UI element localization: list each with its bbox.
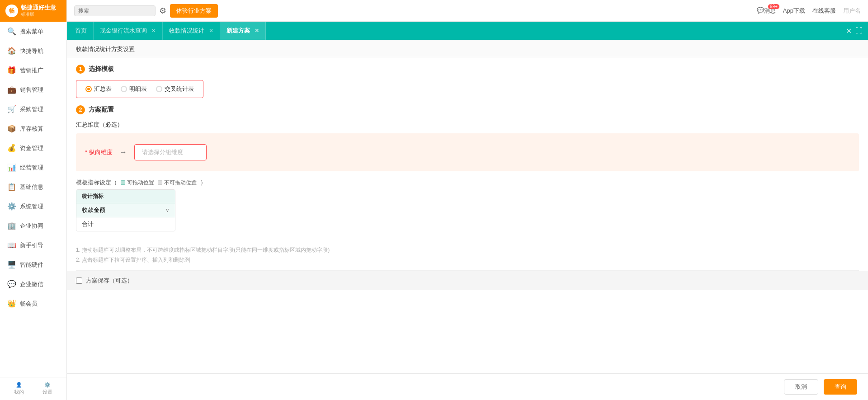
metrics-header: 模板指标设定（ 可拖动位置 不可拖动位置 ） [76,179,859,187]
radio-summary[interactable]: 汇总表 [85,85,112,93]
page-title: 收款情况统计方案设置 [76,46,135,52]
trial-button[interactable]: 体验行业方案 [170,4,218,18]
gear-icon[interactable]: ⚙ [159,6,166,16]
not-draggable-dot [158,180,162,185]
footer-user[interactable]: 👤 我的 [14,382,24,395]
summary-dim-title: 汇总维度（必选） [76,121,859,129]
sidebar-item-enterprise[interactable]: 🏢 企业协同 [0,216,66,235]
sidebar-item-sales[interactable]: 💼 销售管理 [0,80,66,99]
app-download-link[interactable]: App下载 [783,7,805,15]
purchase-icon: 🛒 [7,105,16,113]
tab-new-plan[interactable]: 新建方案 ✕ [220,22,266,40]
search-box [74,5,156,16]
sidebar-item-guide[interactable]: 📖 新手引导 [0,235,66,255]
sidebar-item-wechat[interactable]: 💬 企业微信 [0,274,66,294]
topbar-right: 💬 消息 99+ App下载 在线客服 用户名 [757,7,861,15]
step2-section: 2 方案配置 汇总维度（必选） * 纵向维度 → 请选择分组维度 模板指标设定（ [67,105,868,240]
query-button[interactable]: 查询 [824,379,857,395]
sidebar-item-member[interactable]: 👑 畅会员 [0,294,66,313]
footer-settings[interactable]: ⚙️ 设置 [42,382,52,395]
step2-title: 2 方案配置 [76,105,859,114]
sidebar-item-quick-nav[interactable]: 🏠 快捷导航 [0,41,66,61]
sidebar-item-inventory[interactable]: 📦 库存核算 [0,119,66,138]
legend-not-draggable: 不可拖动位置 [158,179,197,187]
topbar: ⚙ 体验行业方案 💬 消息 99+ App下载 在线客服 用户名 [67,0,868,22]
search-input[interactable] [74,5,156,16]
sidebar-item-hardware[interactable]: 🖥️ 智能硬件 [0,255,66,274]
metrics-table-cell[interactable]: 收款金额 ∨ [76,203,175,217]
sidebar-item-basic-info[interactable]: 📋 基础信息 [0,177,66,197]
sidebar-item-search-menu[interactable]: 🔍 搜索菜单 [0,22,66,41]
tab-home[interactable]: 首页 [69,22,94,40]
cell-dropdown-arrow[interactable]: ∨ [165,207,170,213]
sidebar-item-purchase[interactable]: 🛒 采购管理 [0,99,66,119]
template-box: 汇总表 明细表 交叉统计表 [76,80,203,98]
logo-icon: 畅 [5,5,18,17]
inventory-icon: 📦 [7,124,16,133]
online-support-link[interactable]: 在线客服 [812,7,836,15]
sidebar-item-system[interactable]: ⚙️ 系统管理 [0,197,66,216]
sidebar-logo: 畅 畅捷通好生意 标准版 [0,0,66,22]
radio-group: 汇总表 明细表 交叉统计表 [85,85,194,93]
radio-cross[interactable]: 交叉统计表 [156,85,194,93]
step1-section: 1 选择模板 汇总表 明细表 [67,57,868,105]
tab-bank-flow[interactable]: 现金银行流水查询 ✕ [94,22,163,40]
page-content: 收款情况统计方案设置 1 选择模板 汇总表 明 [67,40,868,373]
dim-row-label: * 纵向维度 [85,148,113,156]
step1-label: 选择模板 [89,65,114,73]
tip-1: 1. 拖动标题栏可以调整布局，不可跨维度或指标区域拖动栏目字段(只能在同一维度或… [76,245,859,255]
tab-close-bank-flow[interactable]: ✕ [151,28,156,34]
topbar-left: ⚙ 体验行业方案 [74,4,218,18]
main-area: ⚙ 体验行业方案 💬 消息 99+ App下载 在线客服 用户名 首页 现金银行… [67,0,868,400]
message-icon: 💬 [757,7,764,15]
tabbar: 首页 现金银行流水查询 ✕ 收款情况统计 ✕ 新建方案 ✕ ✕ ⛶ [67,22,868,40]
basic-info-icon: 📋 [7,183,16,191]
member-icon: 👑 [7,299,16,308]
tips-section: 1. 拖动标题栏可以调整布局，不可跨维度或指标区域拖动栏目字段(只能在同一维度或… [67,240,868,270]
dim-arrow: → [120,148,127,156]
message-area[interactable]: 💬 消息 99+ [757,7,776,15]
tab-receipt-stats[interactable]: 收款情况统计 ✕ [163,22,220,40]
page-header: 收款情况统计方案设置 [67,40,868,57]
sales-icon: 💼 [7,85,16,94]
radio-detail-circle [121,86,127,92]
dim-select-box[interactable]: 请选择分组维度 [134,144,207,160]
cancel-button[interactable]: 取消 [784,379,818,395]
guide-icon: 📖 [7,241,16,249]
metrics-table-header: 统计指标 [76,190,175,203]
step1-title: 1 选择模板 [76,65,859,74]
metrics-table-total: 合计 [76,217,175,231]
metrics-table: 统计指标 收款金额 ∨ 合计 [76,189,175,231]
save-checkbox[interactable] [76,278,82,284]
footer-bar: 取消 查询 [67,373,868,400]
settings-icon: ⚙️ [44,382,51,388]
search-menu-icon: 🔍 [7,27,16,36]
radio-summary-circle [85,86,92,92]
system-icon: ⚙️ [7,202,16,211]
finance-icon: 💰 [7,144,16,152]
step2-label: 方案配置 [89,106,114,114]
tab-expand-icon[interactable]: ⛶ [855,27,863,35]
tab-close-all-icon[interactable]: ✕ [846,27,852,35]
tab-close-receipt-stats[interactable]: ✕ [209,28,213,34]
sidebar-item-finance[interactable]: 💰 资金管理 [0,138,66,158]
sidebar: 畅 畅捷通好生意 标准版 🔍 搜索菜单 🏠 快捷导航 🎁 营销推广 💼 销售管理… [0,0,67,400]
marketing-icon: 🎁 [7,66,16,75]
metrics-config: 模板指标设定（ 可拖动位置 不可拖动位置 ） 统计指标 [76,179,859,233]
sidebar-item-marketing[interactable]: 🎁 营销推广 [0,61,66,80]
legend-draggable: 可拖动位置 [121,179,154,187]
save-label: 方案保存（可选） [86,277,133,285]
hardware-icon: 🖥️ [7,260,16,269]
message-badge: 99+ [768,4,779,9]
user-name: 用户名 [843,7,861,15]
wechat-icon: 💬 [7,280,16,288]
metrics-header-close: ） [200,179,206,187]
content-area: 收款情况统计方案设置 1 选择模板 汇总表 明 [67,40,868,373]
quick-nav-icon: 🏠 [7,47,16,55]
tab-close-new-plan[interactable]: ✕ [255,28,259,34]
dimension-area: * 纵向维度 → 请选择分组维度 [76,133,859,171]
metrics-header-text: 模板指标设定（ [76,179,117,187]
radio-detail[interactable]: 明细表 [121,85,147,93]
user-icon: 👤 [16,382,22,388]
sidebar-item-operation[interactable]: 📊 经营管理 [0,158,66,177]
